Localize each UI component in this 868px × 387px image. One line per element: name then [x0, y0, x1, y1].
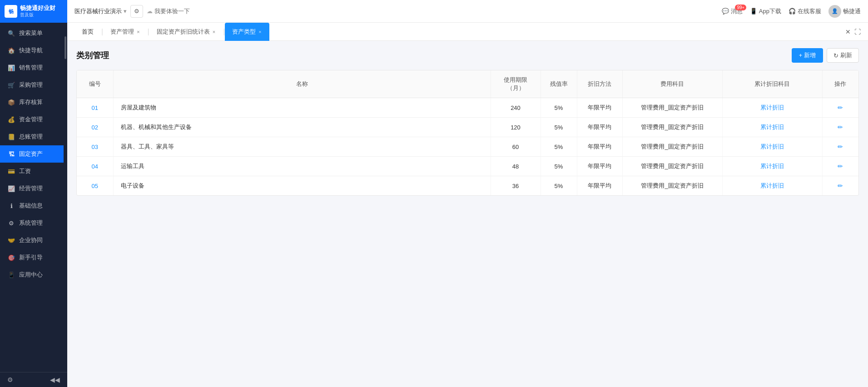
enterprise-icon: 🤝: [7, 236, 15, 244]
sidebar-item-label: 快捷导航: [19, 46, 43, 55]
edit-button[interactable]: ✏: [838, 143, 843, 150]
page-content: 类别管理 + 新增 ↻ 刷新 编号 名称 使用期限（月） 残值率 折旧方法: [67, 41, 868, 387]
close-window-icon[interactable]: ✕: [845, 28, 851, 35]
settings-icon[interactable]: ⚙: [7, 376, 13, 383]
sidebar-item-payroll[interactable]: 💳 工资: [0, 163, 64, 180]
edit-button[interactable]: ✏: [838, 163, 843, 170]
sidebar-item-fixed-assets[interactable]: 🏗 固定资产: [0, 145, 64, 163]
sidebar-item-purchase[interactable]: 🛒 采购管理: [0, 76, 64, 94]
data-table: 编号 名称 使用期限（月） 残值率 折旧方法 费用科目 累计折旧科目 操作 01…: [76, 70, 859, 196]
sidebar-item-quick-nav[interactable]: 🏠 快捷导航: [0, 42, 64, 59]
cell-method: 年限平均: [577, 176, 622, 196]
cell-action: ✏: [822, 157, 858, 176]
cell-name: 器具、工具、家具等: [113, 137, 491, 157]
topbar-right: 💬 消息 99+ 📱 App下载 🎧 在线客服 👤 畅捷通: [722, 5, 861, 18]
cell-period: 36: [491, 176, 541, 196]
sidebar-item-inventory[interactable]: 📦 库存核算: [0, 94, 64, 111]
table-row: 01 房屋及建筑物 240 5% 年限平均 管理费用_固定资产折旧 累计折旧 ✏: [77, 98, 858, 118]
cell-accum: 累计折旧: [722, 176, 822, 196]
sidebar-item-system[interactable]: ⚙ 系统管理: [0, 214, 64, 232]
guide-icon: 🎯: [7, 253, 15, 262]
tab-asset-type[interactable]: 资产类型 ×: [225, 23, 269, 41]
maximize-icon[interactable]: ⛶: [854, 28, 861, 35]
col-header-code: 编号: [77, 70, 113, 98]
notification-button[interactable]: 💬 消息 99+: [722, 7, 743, 15]
tabbar: 首页 | 资产管理 × | 固定资产折旧统计表 × | 资产类型 × ✕ ⛶: [67, 23, 868, 41]
cell-name: 房屋及建筑物: [113, 98, 491, 118]
sidebar-item-enterprise[interactable]: 🤝 企业协同: [0, 232, 64, 249]
cell-residual: 5%: [541, 98, 577, 118]
tab-close-depreciation[interactable]: ×: [213, 29, 215, 35]
cell-period: 120: [491, 118, 541, 137]
cell-expense: 管理费用_固定资产折旧: [622, 157, 722, 176]
avatar-icon: 👤: [832, 8, 838, 14]
sidebar-nav: 🔍 搜索菜单 🏠 快捷导航 📊 销售管理 🛒 采购管理 📦 库存核算 💰: [0, 23, 64, 372]
edit-button[interactable]: ✏: [838, 124, 843, 131]
new-button[interactable]: + 新增: [792, 48, 823, 63]
sidebar-item-label: 新手引导: [19, 253, 43, 262]
experience-button[interactable]: ☁ 我要体验一下: [147, 7, 190, 15]
company-selector[interactable]: 医疗器械行业演示 ▾: [74, 7, 127, 15]
col-header-action: 操作: [822, 70, 858, 98]
app-download-button[interactable]: 📱 App下载: [750, 7, 781, 15]
notification-badge: 99+: [735, 5, 746, 10]
collapse-icon[interactable]: ◀◀: [50, 376, 60, 383]
cell-period: 48: [491, 157, 541, 176]
col-header-expense: 费用科目: [622, 70, 722, 98]
sidebar-item-sales[interactable]: 📊 销售管理: [0, 59, 64, 76]
operations-icon: 📈: [7, 184, 15, 193]
sidebar-scrollbar[interactable]: [64, 23, 67, 372]
tab-home[interactable]: 首页: [74, 23, 101, 41]
chevron-down-icon: ▾: [124, 8, 127, 15]
cell-code: 04: [77, 157, 113, 176]
headset-icon: 🎧: [789, 8, 796, 15]
cell-expense: 管理费用_固定资产折旧: [622, 118, 722, 137]
sidebar-item-search[interactable]: 🔍 搜索菜单: [0, 25, 64, 42]
tab-close-asset-management[interactable]: ×: [137, 29, 139, 35]
sidebar-item-app-center[interactable]: 📱 应用中心: [0, 266, 64, 283]
notification-icon: 💬: [722, 8, 729, 15]
sales-icon: 📊: [7, 64, 15, 72]
page-title: 类别管理: [76, 50, 109, 61]
capital-icon: 💰: [7, 115, 15, 124]
cell-code: 05: [77, 176, 113, 196]
cell-period: 60: [491, 137, 541, 157]
app-subtitle: 普及版: [20, 12, 55, 18]
col-header-name: 名称: [113, 70, 491, 98]
tab-asset-management[interactable]: 资产管理 ×: [103, 23, 147, 41]
header-actions: + 新增 ↻ 刷新: [792, 48, 859, 63]
logo-icon: 畅: [5, 5, 17, 18]
refresh-icon: ↻: [833, 52, 838, 59]
col-header-method: 折旧方法: [577, 70, 622, 98]
inventory-icon: 📦: [7, 98, 15, 106]
sidebar-item-guide[interactable]: 🎯 新手引导: [0, 249, 64, 266]
sidebar-item-label: 搜索菜单: [19, 29, 43, 37]
sidebar-item-label: 资金管理: [19, 115, 43, 124]
topbar-left: 医疗器械行业演示 ▾ ⚙ ☁ 我要体验一下: [74, 5, 716, 18]
sidebar-item-ledger[interactable]: 📒 总账管理: [0, 128, 64, 145]
user-menu[interactable]: 👤 畅捷通: [828, 5, 861, 18]
table-body: 01 房屋及建筑物 240 5% 年限平均 管理费用_固定资产折旧 累计折旧 ✏…: [77, 98, 858, 196]
table-row: 02 机器、机械和其他生产设备 120 5% 年限平均 管理费用_固定资产折旧 …: [77, 118, 858, 137]
sidebar-footer: ⚙ ◀◀: [0, 372, 67, 387]
customer-service-button[interactable]: 🎧 在线客服: [789, 7, 821, 15]
sidebar-item-basic-info[interactable]: ℹ 基础信息: [0, 197, 64, 214]
sidebar-item-capital[interactable]: 💰 资金管理: [0, 111, 64, 128]
sidebar-item-operations[interactable]: 📈 经营管理: [0, 180, 64, 197]
settings-button[interactable]: ⚙: [130, 5, 143, 18]
sidebar-item-label: 企业协同: [19, 236, 43, 244]
edit-button[interactable]: ✏: [838, 104, 843, 111]
edit-button[interactable]: ✏: [838, 182, 843, 189]
col-header-residual: 残值率: [541, 70, 577, 98]
col-header-period: 使用期限（月）: [491, 70, 541, 98]
customer-service-label: 在线客服: [798, 7, 821, 15]
cell-accum: 累计折旧: [722, 157, 822, 176]
table-row: 05 电子设备 36 5% 年限平均 管理费用_固定资产折旧 累计折旧 ✏: [77, 176, 858, 196]
experience-label: 我要体验一下: [154, 7, 190, 15]
cell-residual: 5%: [541, 137, 577, 157]
cell-code: 01: [77, 98, 113, 118]
table-header: 编号 名称 使用期限（月） 残值率 折旧方法 费用科目 累计折旧科目 操作: [77, 70, 858, 98]
tab-depreciation-table[interactable]: 固定资产折旧统计表 ×: [149, 23, 223, 41]
tab-close-asset-type[interactable]: ×: [258, 29, 261, 35]
refresh-button[interactable]: ↻ 刷新: [827, 48, 859, 63]
